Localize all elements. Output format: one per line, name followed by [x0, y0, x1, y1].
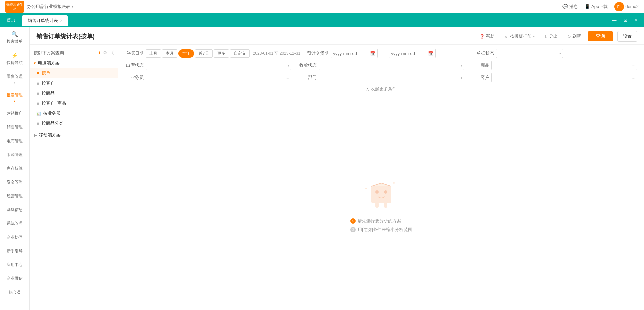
product-input[interactable] — [491, 61, 637, 70]
empty-tip-2: ② 用[过滤]条件来缩小分析范围 — [350, 227, 412, 233]
app-download-btn[interactable]: 📱 App下载 — [585, 4, 608, 10]
sidebar-item-finance[interactable]: 资金管理 — [0, 175, 29, 189]
refresh-btn[interactable]: ↻ 刷新 — [565, 32, 584, 41]
tree-item-by-salesperson-icon: 📊 — [36, 111, 41, 116]
date-btn-last-7-days[interactable]: 近7天 — [195, 49, 213, 58]
tab-minimize-btn[interactable]: — — [610, 16, 619, 24]
delivery-select[interactable] — [146, 61, 291, 70]
add-plan-btn[interactable]: + — [98, 50, 101, 56]
collapse-btn[interactable]: ∧ 收起更多条件 — [125, 84, 637, 94]
sidebar-item-enterprise[interactable]: 企业协同 — [0, 230, 29, 244]
customer-dots-btn[interactable]: ··· — [632, 75, 635, 80]
sidebar-item-app-center[interactable]: 应用中心 — [0, 258, 29, 272]
sidebar-item-wholesale[interactable]: 批发管理 ▴ — [0, 88, 29, 107]
sidebar-item-ecommerce-label: 电商管理 — [7, 138, 23, 144]
delivery-label: 出库状态 — [125, 62, 144, 68]
tree-group-mobile[interactable]: ▶ 移动端方案 — [30, 130, 118, 140]
tab-restore-btn[interactable]: ⊡ — [621, 16, 629, 24]
tab-home[interactable]: 首页 — [0, 13, 22, 27]
department-select[interactable] — [319, 73, 465, 82]
sidebar-item-marketing[interactable]: 营销推广 — [0, 107, 29, 120]
sidebar-item-member[interactable]: 畅会员 — [0, 286, 29, 299]
svg-point-1 — [375, 190, 379, 194]
sidebar-item-system[interactable]: 系统管理 — [0, 217, 29, 230]
refresh-icon: ↻ — [567, 34, 571, 39]
left-panel-actions: + ⚙ 《 — [98, 50, 114, 56]
tree-item-by-product[interactable]: ⊞ 按商品 — [30, 88, 118, 98]
sidebar-item-finance-label: 资金管理 — [7, 179, 23, 185]
sidebar-item-search-menu[interactable]: 🔍 搜索菜单 — [0, 27, 29, 48]
tab-active[interactable]: 销售订单统计表 × — [22, 15, 68, 26]
tree-item-by-customer[interactable]: ⊞ 按客户 — [30, 78, 118, 88]
print-arrow-icon: ▾ — [533, 35, 535, 38]
salesperson-control: ··· — [146, 73, 291, 82]
tree-item-by-product-label: 按商品 — [42, 90, 55, 96]
date-filter-label: 单据日期 — [125, 50, 144, 56]
salesperson-input[interactable] — [146, 73, 291, 82]
page-header: 销售订单统计表(按单) ❓ 帮助 🖨 按模板打印 ▾ ⬇ 导出 ↻ 刷新 — [30, 27, 644, 45]
query-btn[interactable]: 查询 — [588, 31, 613, 41]
date-btn-custom[interactable]: 自定义 — [230, 49, 250, 58]
date-btn-last-month[interactable]: 上月 — [146, 49, 161, 58]
svg-rect-6 — [384, 202, 387, 208]
message-btn[interactable]: 💬 消息 — [562, 4, 578, 10]
sidebar-item-wholesale-label: 批发管理 — [7, 92, 23, 98]
sidebar-item-purchase[interactable]: 采购管理 — [0, 148, 29, 162]
date-btn-more[interactable]: 更多 — [214, 49, 229, 58]
sidebar-item-operation[interactable]: 经营管理 — [0, 189, 29, 203]
filter-item-customer: 客户 ··· — [471, 73, 637, 82]
department-label: 部门 — [298, 74, 317, 81]
sidebar-item-basic-label: 基础信息 — [7, 207, 23, 213]
user-profile[interactable]: Ea demo2 — [614, 2, 639, 11]
sidebar-item-basic[interactable]: 基础信息 — [0, 203, 29, 217]
expected-date-to-cal-icon[interactable]: 📅 — [428, 51, 433, 56]
expected-date-to-input[interactable] — [391, 51, 427, 56]
sidebar-item-system-label: 系统管理 — [7, 221, 23, 226]
payment-select[interactable] — [319, 61, 465, 70]
tabbar: 首页 销售订单统计表 × — ⊡ × — [0, 13, 644, 27]
tab-close-window-btn[interactable]: × — [632, 16, 640, 24]
print-btn[interactable]: 🖨 按模板打印 ▾ — [501, 32, 537, 41]
app-selector[interactable]: 办公用品行业模拟账表 ▾ — [27, 4, 73, 10]
sidebar-item-newbie-label: 新手引导 — [7, 248, 23, 254]
quick-nav-icon: ⚡ — [11, 52, 18, 59]
sidebar-item-retail[interactable]: 零售管理 ▾ — [0, 70, 29, 88]
sidebar-item-enterprise-wechat[interactable]: 企业微信 — [0, 272, 29, 286]
tree-group-mobile-arrow: ▶ — [34, 133, 37, 138]
tree-item-by-salesperson[interactable]: 📊 按业务员 — [30, 108, 118, 118]
customer-input[interactable] — [491, 73, 637, 82]
salesperson-dots-btn[interactable]: ··· — [286, 75, 289, 80]
sidebar-item-sales-label: 销售管理 — [7, 124, 23, 130]
filter-row-1: 单据日期 上月 本月 本年 近7天 更多 自定义 2023-01-01 至 20… — [125, 49, 637, 58]
help-icon: ❓ — [479, 34, 485, 39]
settings-plan-btn[interactable]: ⚙ — [103, 50, 107, 56]
refresh-label: 刷新 — [572, 33, 581, 39]
expected-date-from-input[interactable] — [333, 51, 369, 56]
tree-item-by-customer-product[interactable]: ⊞ 按客户+商品 — [30, 98, 118, 108]
date-btn-this-month[interactable]: 本月 — [162, 49, 177, 58]
product-dots-btn[interactable]: ··· — [632, 63, 635, 68]
status-select[interactable] — [496, 49, 563, 58]
date-dash: — — [381, 51, 385, 56]
sidebar-item-quick-nav-label: 快捷导航 — [7, 60, 23, 66]
export-btn[interactable]: ⬇ 导出 — [541, 32, 560, 41]
empty-illustration: ✦ ✦ — [361, 171, 401, 211]
date-btn-this-year[interactable]: 本年 — [178, 49, 194, 58]
sidebar-item-purchase-label: 采购管理 — [7, 152, 23, 158]
svg-point-2 — [384, 190, 387, 194]
tree-item-by-order[interactable]: ● 按单 — [30, 68, 118, 78]
sidebar-item-sales[interactable]: 销售管理 — [0, 120, 29, 134]
tab-close-btn[interactable]: × — [60, 18, 62, 23]
tree-group-mobile-label: 移动端方案 — [39, 132, 61, 138]
expected-date-from-cal-icon[interactable]: 📅 — [370, 51, 375, 56]
collapse-panel-btn[interactable]: 《 — [109, 50, 114, 56]
sidebar-item-quick-nav[interactable]: ⚡ 快捷导航 — [0, 48, 29, 70]
help-btn[interactable]: ❓ 帮助 — [477, 32, 497, 41]
tree-group-pc[interactable]: ▾ 电脑端方案 — [30, 58, 118, 68]
sidebar-item-inventory[interactable]: 库存核算 — [0, 162, 29, 175]
sidebar-item-newbie[interactable]: 新手引导 — [0, 244, 29, 258]
setting-btn[interactable]: 设置 — [617, 31, 637, 42]
avatar: Ea — [614, 2, 624, 11]
sidebar-item-ecommerce[interactable]: 电商管理 — [0, 134, 29, 148]
tree-item-by-category[interactable]: ⊞ 按商品分类 — [30, 118, 118, 128]
